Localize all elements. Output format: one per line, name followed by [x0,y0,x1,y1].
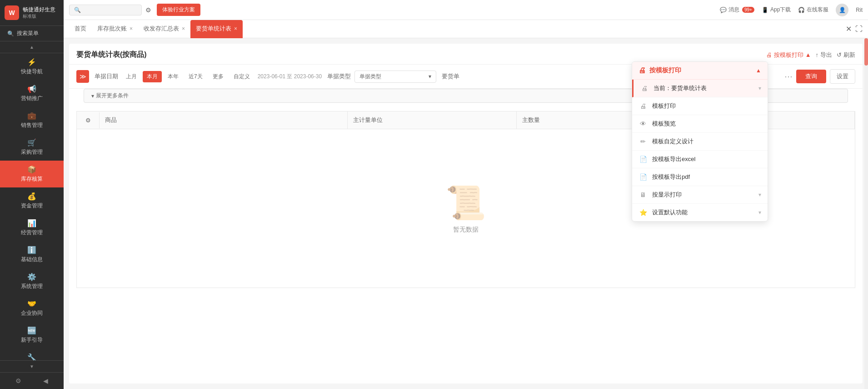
requisition-label: 要货单 [442,72,459,81]
sidebar-item-marketing[interactable]: 📢 营销推广 [0,80,64,107]
avatar[interactable]: 👤 [836,4,848,16]
sidebar-item-label: 快捷导航 [21,68,43,76]
current-template-arrow: ▾ [758,85,761,91]
tab-requisition-stats-close[interactable]: × [234,25,237,32]
scrollbar-thumb[interactable] [864,38,868,66]
sidebar-item-guide[interactable]: 🆕 新手引导 [0,322,64,349]
operations-icon: 📊 [27,219,36,227]
logo-icon: W [5,5,19,20]
default-func-arrow: ▾ [758,209,761,216]
sidebar-footer: ⚙ ◀ [0,372,64,389]
app-edition: 标准版 [23,13,55,20]
appstore-icon: 🔧 [27,353,36,360]
query-btn[interactable]: 查询 [796,70,826,83]
tab-home[interactable]: 首页 [69,20,92,38]
print-arrow-icon: ▲ [805,51,811,58]
print-template-btn[interactable]: 🖨 按模板打印 ▲ [766,51,811,59]
sidebar-item-label: 资金管理 [21,202,43,210]
message-btn[interactable]: 💬 消息 99+ [720,6,754,14]
dropdown-collapse-icon[interactable]: ▲ [756,67,761,74]
dropdown-title: 按模板打印 [649,66,681,75]
curr-year-btn[interactable]: 本年 [164,71,183,82]
settings-footer-icon[interactable]: ⚙ [15,377,21,384]
sidebar: W 畅捷通好生意 标准版 🔍 搜索菜单 ▲ ⚡ 快捷导航 📢 营销推广 💼 销售… [0,0,64,389]
page-title: 要货单统计表(按商品) [76,50,147,60]
sidebar-search[interactable]: 🔍 搜索菜单 [0,26,64,41]
tab-receipt-summary-close[interactable]: × [182,25,185,32]
tab-receipt-summary[interactable]: 收发存汇总表 × [138,20,190,38]
tab-home-label: 首页 [75,25,86,33]
export-pdf-icon: 📄 [639,173,648,181]
tab-expand-btn[interactable]: ⛶ [855,25,863,33]
scroll-down-btn[interactable]: ▼ [28,362,36,371]
dropdown-current-template[interactable]: 🖨 当前：要货单统计表 ▾ [632,80,768,97]
sidebar-item-finance[interactable]: 💰 资金管理 [0,187,64,214]
sidebar-item-system[interactable]: ⚙️ 系统管理 [0,268,64,295]
message-icon: 💬 [720,7,727,13]
sidebar-search-label: 搜索菜单 [17,30,39,37]
sidebar-item-appstore[interactable]: 🔧 应用中心 [0,349,64,360]
display-print-label: 按显示打印 [652,191,682,199]
dropdown-export-pdf[interactable]: 📄 按模板导出pdf [632,168,768,186]
scroll-up-btn[interactable]: ▲ [28,43,36,51]
sidebar-item-label: 新手引导 [21,336,43,344]
filter-more-icon[interactable]: ⋯ [784,71,793,81]
doctype-label: 单据类型 [327,72,351,81]
collapse-icon[interactable]: ◀ [43,377,48,384]
tab-requisition-stats[interactable]: 要货单统计表 × [190,20,243,38]
sidebar-item-collab[interactable]: 🤝 企业协同 [0,295,64,322]
dropdown-template-design[interactable]: ✏ 模板自定义设计 [632,133,768,151]
export-pdf-label: 按模板导出pdf [652,173,690,181]
doctype-select[interactable]: 单据类型 ▾ [354,71,436,83]
app-download-btn[interactable]: 📱 App下载 [762,6,791,14]
tab-inventory-batch-close[interactable]: × [130,25,133,32]
dropdown-template-preview[interactable]: 👁 模板预览 [632,115,768,133]
dropdown-display-print[interactable]: 🖥 按显示打印 ▾ [632,186,768,204]
prev-month-btn[interactable]: 上月 [122,71,141,82]
tab-inventory-batch-label: 库存批次账 [97,25,127,33]
sidebar-item-purchase[interactable]: 🛒 采购管理 [0,134,64,161]
sidebar-item-sales[interactable]: 💼 销售管理 [0,107,64,134]
export-excel-label: 按模板导出excel [652,155,695,163]
dropdown-default-func[interactable]: ⭐ 设置默认功能 ▾ [632,204,768,221]
trial-btn[interactable]: 体验行业方案 [157,4,200,16]
export-btn[interactable]: ↑ 导出 [816,51,833,59]
topbar-search-icon: 🔍 [74,7,81,13]
online-service-btn[interactable]: 🎧 在线客服 [798,6,828,14]
sidebar-item-label: 销售管理 [21,121,43,129]
dropdown-header-left: 🖨 按模板打印 [639,66,681,75]
sidebar-item-basic[interactable]: ℹ️ 基础信息 [0,241,64,268]
tab-close-all-btn[interactable]: ✕ [846,25,852,33]
th-settings[interactable]: ⚙ [77,112,100,128]
system-icon: ⚙️ [27,273,36,281]
doctype-value: 单据类型 [359,73,381,81]
message-badge: 99+ [742,7,754,13]
tab-requisition-stats-label: 要货单统计表 [196,25,231,33]
sidebar-item-label: 库存核算 [21,175,43,183]
settings-gear-icon[interactable]: ⚙ [145,6,151,14]
date-range-display: 2023-06-01 至 2023-06-30 [258,73,322,81]
refresh-btn[interactable]: ↺ 刷新 [837,51,855,59]
inventory-icon: 📦 [27,165,36,174]
settings-btn[interactable]: 设置 [830,69,855,84]
tab-inventory-batch[interactable]: 库存批次账 × [92,20,138,38]
curr-month-btn[interactable]: 本月 [143,71,162,82]
refresh-icon: ↺ [837,51,842,58]
sidebar-item-inventory[interactable]: 📦 库存核算 [0,161,64,187]
template-print-icon: 🖨 [639,102,648,110]
dropdown-template-print[interactable]: 🖨 模板打印 [632,97,768,115]
dropdown-header[interactable]: 🖨 按模板打印 ▲ [632,62,768,80]
dropdown-export-excel[interactable]: 📄 按模板导出excel [632,151,768,168]
app-download-label: App下载 [770,6,791,14]
collab-icon: 🤝 [27,299,36,308]
custom-date-btn[interactable]: 自定义 [229,71,254,82]
print-header-icon: 🖨 [639,66,646,75]
topbar-search-input[interactable] [81,7,135,13]
filter-expand-icon[interactable]: ≫ [76,70,89,83]
sidebar-item-operations[interactable]: 📊 经营管理 [0,214,64,241]
sidebar-item-label: 系统管理 [21,283,43,290]
sidebar-item-quick-nav[interactable]: ⚡ 快捷导航 [0,53,64,80]
last7days-btn[interactable]: 近7天 [185,71,207,82]
topbar-search-box[interactable]: 🔍 [69,5,142,15]
more-date-btn[interactable]: 更多 [209,71,228,82]
